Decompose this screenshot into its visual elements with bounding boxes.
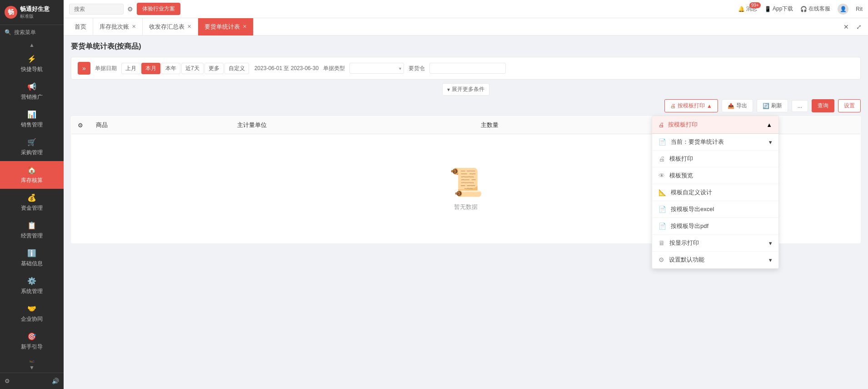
sidebar-icon-jingying: 📋	[27, 221, 36, 230]
sidebar-bottom: ⚙ 🔊	[0, 373, 64, 389]
chevron-right-icon3: ▾	[769, 257, 772, 263]
tabbar: 首页库存批次账✕收发存汇总表✕要货单统计表✕ ✕ ⤢	[64, 18, 868, 35]
sidebar-item-jichu[interactable]: ℹ️基础信息	[0, 244, 64, 272]
tab-home[interactable]: 首页	[68, 18, 93, 35]
icon-template-print: 🖨	[658, 155, 665, 162]
sidebar-search[interactable]: 🔍 搜索菜单	[0, 25, 64, 40]
sidebar-item-jingying[interactable]: 📋经营管理	[0, 217, 64, 244]
current-template-item[interactable]: 📄 当前：要货单统计表 ▾	[652, 134, 778, 151]
filter-expand-btn[interactable]: »	[78, 62, 90, 75]
sidebar-item-xinshou[interactable]: 🎯新手引导	[0, 328, 64, 355]
sidebar-icon-qiye: 🤝	[27, 304, 36, 313]
date-btn-本年[interactable]: 本年	[161, 63, 180, 74]
printer-icon: 🖨	[670, 103, 676, 109]
tab-close-yaohuo-tongji[interactable]: ✕	[243, 24, 247, 30]
type-filter-label: 单据类型	[323, 65, 345, 72]
topbar-gear-icon[interactable]: ⚙	[127, 5, 133, 13]
logo-icon: 畅	[5, 6, 17, 19]
more-btn[interactable]: ...	[792, 100, 808, 112]
tab-close-kucun-pici[interactable]: ✕	[132, 24, 136, 30]
sidebar-item-yingxiao[interactable]: 📢营销推广	[0, 78, 64, 106]
settings-icon[interactable]: ⚙	[5, 378, 10, 384]
sidebar-scroll-up[interactable]: ▲	[0, 40, 64, 50]
export-icon: 📤	[728, 103, 734, 109]
settings-btn[interactable]: 设置	[838, 99, 861, 112]
avatar[interactable]: 👤	[838, 4, 848, 15]
dropdown-item-template-excel[interactable]: 📄按模板导出excel	[652, 201, 778, 218]
sidebar-item-qiye[interactable]: 🤝企业协同	[0, 300, 64, 328]
toolbar: 🖨 按模板打印 ▲ 📤 导出 🔄 刷新 ... 查询 设置 🖨	[71, 99, 861, 112]
dropdown-item-template-print[interactable]: 🖨模板打印	[652, 151, 778, 167]
user-name: Rit	[856, 6, 863, 12]
display-icon: 🖥	[658, 239, 665, 247]
tab-kucun-pici[interactable]: 库存批次账✕	[93, 18, 143, 35]
dropdown-header[interactable]: 🖨 按模板打印 ▲	[652, 116, 778, 134]
chevron-up-icon: ▲	[707, 103, 712, 109]
sidebar-icon-xiaoshou: 📊	[27, 110, 36, 119]
default-icon: ⚙	[658, 256, 664, 263]
tab-yaohuo-tongji[interactable]: 要货单统计表✕	[198, 18, 254, 35]
trial-btn[interactable]: 体验行业方案	[137, 3, 180, 15]
current-icon: 📄	[658, 138, 666, 146]
chevron-right-icon: ▾	[769, 139, 772, 146]
type-select[interactable]	[349, 63, 404, 74]
date-btn-近7天[interactable]: 近7天	[181, 63, 204, 74]
notifications-btn[interactable]: 🔔 消息 99+	[738, 5, 757, 13]
sidebar-nav: ⚡快捷导航📢营销推广📊销售管理🛒采购管理🏠库存核算💰资金管理📋经营管理ℹ️基础信…	[0, 50, 64, 363]
chevron-right-icon2: ▾	[769, 240, 772, 247]
tab-expand-icon[interactable]: ⤢	[854, 21, 863, 32]
app-logo: 畅 畅通好生意 标准版	[0, 0, 64, 25]
tab-close-shoufayao-huizong[interactable]: ✕	[187, 24, 191, 30]
sidebar-icon-kuaijie: ⚡	[27, 55, 36, 64]
tabbar-right: ✕ ⤢	[837, 21, 868, 32]
display-print-item[interactable]: 🖥 按显示打印 ▾	[652, 235, 778, 252]
empty-icon: 📜	[449, 166, 483, 198]
default-func-item[interactable]: ⚙ 设置默认功能 ▾	[652, 252, 778, 268]
sidebar-item-xitong[interactable]: ⚙️系统管理	[0, 272, 64, 300]
date-buttons-group: 上月本月本年近7天更多自定义	[121, 63, 250, 74]
dropdown-header-left: 🖨 按模板打印	[658, 121, 698, 129]
sidebar-item-zijin[interactable]: 💰资金管理	[0, 189, 64, 217]
icon-template-excel: 📄	[658, 206, 666, 213]
tab-shoufayao-huizong[interactable]: 收发存汇总表✕	[143, 18, 198, 35]
topbar: ⚙ 体验行业方案 🔔 消息 99+ 📱 App下载 🎧 在线客服 👤 Rit	[64, 0, 868, 18]
refresh-icon: 🔄	[763, 103, 769, 109]
topbar-search-input[interactable]	[69, 4, 124, 15]
query-btn[interactable]: 查询	[812, 99, 834, 112]
sidebar-item-xiaoshou[interactable]: 📊销售管理	[0, 106, 64, 133]
th-quantity: 主数量	[474, 116, 650, 134]
yaohuo-input[interactable]	[429, 63, 506, 74]
audio-icon[interactable]: 🔊	[52, 378, 59, 384]
dropdown-item-template-preview[interactable]: 👁模板预览	[652, 167, 778, 184]
dropdown-item-template-custom[interactable]: 📐模板自定义设计	[652, 184, 778, 201]
sidebar-item-caigou[interactable]: 🛒采购管理	[0, 133, 64, 161]
date-btn-更多[interactable]: 更多	[205, 63, 224, 74]
th-product: 商品	[90, 116, 231, 134]
dropdown-item-template-pdf[interactable]: 📄按模板导出pdf	[652, 218, 778, 235]
logo-text: 畅通好生意 标准版	[20, 5, 50, 19]
app-download-btn[interactable]: 📱 App下载	[764, 5, 793, 13]
headset-icon: 🎧	[800, 6, 807, 12]
date-range-display: 2023-06-01 至 2023-06-30	[254, 65, 319, 72]
date-btn-自定义[interactable]: 自定义	[224, 63, 249, 74]
icon-template-custom: 📐	[658, 189, 666, 196]
sidebar-icon-yingxiao: 📢	[27, 82, 36, 91]
sidebar-item-yingyong[interactable]: 📱应用中心	[0, 355, 64, 363]
page-title: 要货单统计表(按商品)	[71, 42, 861, 51]
printer-icon-dropdown: 🖨	[658, 121, 664, 128]
date-btn-上月[interactable]: 上月	[121, 63, 140, 74]
sidebar-scroll-down[interactable]: ▼	[0, 363, 64, 373]
expand-more-btn[interactable]: ▾ 展开更多条件	[442, 83, 489, 96]
sidebar-item-kuaijie[interactable]: ⚡快捷导航	[0, 50, 64, 78]
refresh-btn[interactable]: 🔄 刷新	[757, 99, 788, 112]
online-service-btn[interactable]: 🎧 在线客服	[800, 5, 830, 13]
print-btn[interactable]: 🖨 按模板打印 ▲	[664, 99, 718, 112]
sidebar-icon-xinshou: 🎯	[27, 332, 36, 341]
sidebar-item-kucun[interactable]: 🏠库存核算	[0, 161, 64, 189]
tab-close-all-icon[interactable]: ✕	[842, 21, 851, 32]
export-btn[interactable]: 📤 导出	[722, 99, 753, 112]
date-btn-本月[interactable]: 本月	[141, 63, 160, 74]
icon-template-pdf: 📄	[658, 222, 666, 230]
sidebar-icon-jichu: ℹ️	[27, 249, 36, 258]
th-settings: ⚙	[71, 116, 90, 134]
